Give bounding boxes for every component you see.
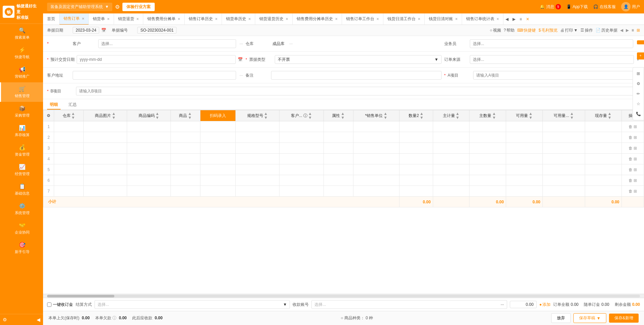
customer-expand-icon[interactable]: ··· bbox=[239, 41, 243, 46]
system-title[interactable]: 装备及固定资产辅助管理系统 ▼ bbox=[47, 3, 112, 11]
right-panel-phone-icon[interactable]: 📞 bbox=[634, 109, 643, 119]
cell-code-2[interactable] bbox=[127, 132, 171, 143]
tab-sales-history[interactable]: 销售订单历史 ✕ bbox=[185, 13, 222, 25]
one-click-checkbox-input[interactable] bbox=[47, 302, 51, 307]
cell-cust-7[interactable] bbox=[279, 186, 324, 197]
cell-avail-6[interactable] bbox=[506, 175, 543, 186]
tab-home[interactable]: 首页 bbox=[43, 13, 60, 25]
cell-avail-5[interactable] bbox=[506, 164, 543, 175]
order-no-value[interactable]: SO-20230324-001 bbox=[137, 27, 177, 34]
th-qty2[interactable]: 数量2▲▼ bbox=[400, 110, 433, 121]
sidebar-item-system[interactable]: ⚙️ 系统管理 bbox=[0, 199, 43, 219]
cell-warehouse-6[interactable] bbox=[54, 175, 84, 186]
cell-avail2-2[interactable] bbox=[542, 132, 585, 143]
copy-row-icon-1[interactable]: ⊞ bbox=[634, 124, 637, 129]
cell-warehouse-5[interactable] bbox=[54, 164, 84, 175]
cell-mainqty-7[interactable] bbox=[469, 186, 506, 197]
delete-row-icon-6[interactable]: 🗑 bbox=[629, 178, 633, 183]
horizontal-scrollbar[interactable] bbox=[43, 294, 644, 298]
cell-unit-3[interactable] bbox=[353, 143, 400, 154]
cell-product-5[interactable] bbox=[171, 164, 200, 175]
cell-spec-2[interactable] bbox=[236, 132, 279, 143]
date-value[interactable]: 2023-03-24 bbox=[73, 27, 99, 34]
th-main-qty[interactable]: 主数量▲▼ bbox=[469, 110, 506, 121]
add-material-float-button[interactable]: + 物流 bbox=[637, 52, 644, 59]
cell-measure-2[interactable] bbox=[433, 132, 469, 143]
th-main-measure[interactable]: 主计量▲▼ bbox=[433, 110, 469, 121]
cell-scan-6[interactable] bbox=[200, 175, 235, 186]
cell-avail2-7[interactable] bbox=[542, 186, 585, 197]
cell-unit-2[interactable] bbox=[353, 132, 400, 143]
copy-row-icon-6[interactable]: ⊞ bbox=[634, 178, 637, 183]
cell-qty2-7[interactable] bbox=[400, 186, 433, 197]
delete-row-icon-1[interactable]: 🗑 bbox=[629, 124, 633, 129]
cell-scan-7[interactable] bbox=[200, 186, 235, 197]
cell-spec-1[interactable] bbox=[236, 121, 279, 132]
tab-close-goods-history[interactable]: ✕ bbox=[248, 17, 251, 21]
column-settings-icon[interactable]: ⚙ bbox=[47, 113, 50, 118]
tab-close-sales-expense[interactable]: ✕ bbox=[178, 17, 180, 21]
tab-close-expense-history[interactable]: ✕ bbox=[335, 17, 338, 21]
sidebar-item-marketing[interactable]: 📢 营销推广 bbox=[0, 63, 43, 82]
th-warehouse[interactable]: 仓库▲▼ bbox=[54, 110, 84, 121]
th-sales-unit[interactable]: *销售单位▲▼ bbox=[353, 110, 400, 121]
cell-avail2-6[interactable] bbox=[542, 175, 585, 186]
order-source-input[interactable] bbox=[470, 55, 634, 64]
cell-img-5[interactable] bbox=[83, 164, 127, 175]
cell-warehouse-2[interactable] bbox=[54, 132, 84, 143]
cell-unit-1[interactable] bbox=[353, 121, 400, 132]
cell-measure-6[interactable] bbox=[433, 175, 469, 186]
print-link[interactable]: 🖨 打印 ▼ bbox=[560, 28, 578, 33]
cell-spec-5[interactable] bbox=[236, 164, 279, 175]
cell-scan-1[interactable] bbox=[200, 121, 235, 132]
nav-next-icon[interactable]: ▶ bbox=[626, 28, 629, 33]
cell-avail2-4[interactable] bbox=[542, 154, 585, 164]
cell-attr-5[interactable] bbox=[324, 164, 353, 175]
cell-img-1[interactable] bbox=[83, 121, 127, 132]
account-expand-icon[interactable]: ··· bbox=[501, 302, 504, 307]
sidebar-item-basic[interactable]: 📋 基础信息 bbox=[0, 180, 43, 199]
cell-warehouse-1[interactable] bbox=[54, 121, 84, 132]
cell-stock-1[interactable] bbox=[585, 121, 621, 132]
cell-img-7[interactable] bbox=[83, 186, 127, 197]
tab-close-return-history[interactable]: ✕ bbox=[286, 17, 288, 21]
sidebar-item-guide[interactable]: 🎯 新手引导 bbox=[0, 238, 43, 258]
cell-unit-4[interactable] bbox=[353, 154, 400, 164]
add-button[interactable]: ● 添加 bbox=[539, 302, 551, 308]
cell-measure-7[interactable] bbox=[433, 186, 469, 197]
tab-detail[interactable]: 明细 bbox=[47, 100, 61, 110]
cell-img-3[interactable] bbox=[83, 143, 127, 154]
th-product-img[interactable]: 商品图片▲▼ bbox=[83, 110, 127, 121]
th-scan[interactable]: 扫码录入 bbox=[200, 110, 235, 121]
sidebar-item-operations[interactable]: 📈 经营管理 bbox=[0, 160, 43, 180]
cell-stock-3[interactable] bbox=[585, 143, 621, 154]
list-view-icon[interactable]: ≡ bbox=[632, 28, 634, 33]
right-panel-settings-icon[interactable]: ⚙ bbox=[634, 79, 643, 88]
cell-img-2[interactable] bbox=[83, 132, 127, 143]
cell-code-1[interactable] bbox=[127, 121, 171, 132]
cell-cust-3[interactable] bbox=[279, 143, 324, 154]
address-expand-icon[interactable]: ··· bbox=[239, 73, 243, 78]
date-picker-icon[interactable]: 📅 bbox=[238, 57, 243, 62]
tab-prev-button[interactable]: ◀ bbox=[503, 13, 510, 25]
tab-next-button[interactable]: ▶ bbox=[510, 13, 518, 25]
cell-qty2-3[interactable] bbox=[400, 143, 433, 154]
cell-stock-7[interactable] bbox=[585, 186, 621, 197]
cell-mainqty-3[interactable] bbox=[469, 143, 506, 154]
cell-cust-6[interactable] bbox=[279, 175, 324, 186]
cell-warehouse-3[interactable] bbox=[54, 143, 84, 154]
payment-method-select[interactable]: 选择... ▼ bbox=[94, 300, 290, 309]
tab-summary[interactable]: 汇总 bbox=[66, 100, 79, 110]
cell-spec-7[interactable] bbox=[236, 186, 279, 197]
staff-input[interactable] bbox=[470, 39, 633, 48]
cell-attr-3[interactable] bbox=[324, 143, 353, 154]
th-available[interactable]: 可用量▲▼ bbox=[506, 110, 543, 121]
cell-mainqty-4[interactable] bbox=[469, 154, 506, 164]
cell-product-7[interactable] bbox=[171, 186, 200, 197]
cell-product-3[interactable] bbox=[171, 143, 200, 154]
amount-input-field[interactable]: 0.00 bbox=[510, 301, 537, 308]
a-project-input[interactable] bbox=[473, 71, 640, 80]
cell-mainqty-2[interactable] bbox=[469, 132, 506, 143]
cell-measure-3[interactable] bbox=[433, 143, 469, 154]
cell-avail-2[interactable] bbox=[506, 132, 543, 143]
